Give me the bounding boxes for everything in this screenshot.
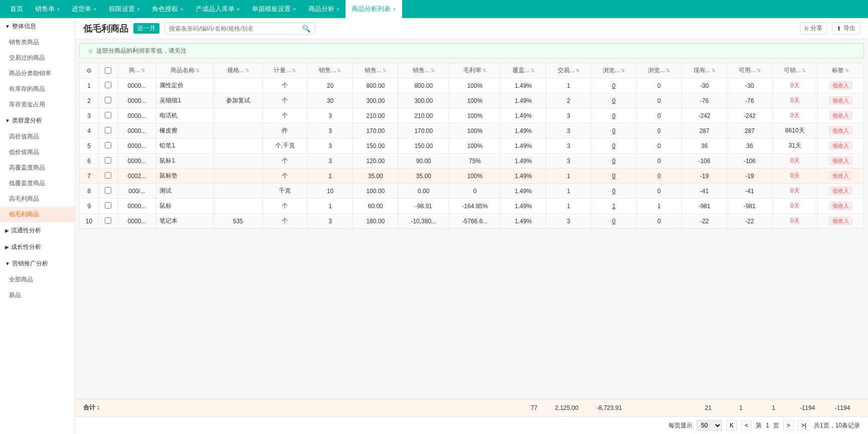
sidebar-item-低覆盖度商品[interactable]: 低覆盖度商品 <box>0 176 75 191</box>
sidebar-item-商品分类助销率[interactable]: 商品分类助销率 <box>0 66 75 81</box>
col-header-unit[interactable]: 计量...⇅ <box>262 63 307 78</box>
views1-link[interactable]: 0 <box>612 158 616 165</box>
col-header-views2[interactable]: 浏览...⇅ <box>636 63 681 78</box>
nav-item-商品分析[interactable]: 商品分析× <box>302 0 345 18</box>
sidebar-section-类群度分析[interactable]: ▼类群度分析 <box>0 112 75 129</box>
col-header-settings[interactable]: ⚙ <box>80 63 99 78</box>
share-button[interactable]: ⎘ 分享 <box>800 22 827 35</box>
sort-icon[interactable]: ⇅ <box>712 68 716 73</box>
col-header-available_stock[interactable]: 可用...⇅ <box>727 63 772 78</box>
sidebar-item-低毛利商品[interactable]: 低毛利商品 <box>0 207 75 222</box>
col-header-gross_margin[interactable]: 毛利率⇅ <box>449 63 501 78</box>
views1-link[interactable]: 0 <box>612 188 616 195</box>
sort-icon[interactable]: ⇅ <box>531 68 535 73</box>
nav-item-角色授权[interactable]: 角色授权× <box>146 0 189 18</box>
row-checkbox[interactable] <box>99 93 117 108</box>
views1-link[interactable]: 0 <box>612 218 616 225</box>
sort-icon[interactable]: ⇅ <box>845 68 849 73</box>
nav-item-进货单[interactable]: 进货单× <box>66 0 102 18</box>
table-wrapper[interactable]: ⚙商...⇅商品名称⇅规格...⇅计量...⇅销售...⇅销售...⇅销售...… <box>75 59 868 398</box>
row-checkbox[interactable] <box>99 169 117 184</box>
col-header-tag[interactable]: 标签⇅ <box>817 63 863 78</box>
views1-link[interactable]: 0 <box>612 82 616 89</box>
col-header-code[interactable]: 商...⇅ <box>117 63 156 78</box>
sort-icon[interactable]: ⇅ <box>337 68 341 73</box>
nav-item-产成品入库单[interactable]: 产成品入库单× <box>190 0 246 18</box>
views1-link[interactable]: 0 <box>612 142 616 150</box>
row-checkbox[interactable] <box>99 138 117 154</box>
nav-item-销售单[interactable]: 销售单× <box>29 0 66 18</box>
col-header-transactions[interactable]: 交易...⇅ <box>546 63 591 78</box>
close-icon[interactable]: × <box>237 6 240 12</box>
sort-icon[interactable]: ⇅ <box>666 68 670 73</box>
views1-link[interactable]: 0 <box>612 97 616 104</box>
sidebar-section-流通性分析[interactable]: ▶流通性分析 <box>0 222 75 239</box>
sort-icon[interactable]: ⇅ <box>576 68 580 73</box>
sidebar-item-高毛利商品[interactable]: 高毛利商品 <box>0 191 75 207</box>
sidebar-item-高覆盖度商品[interactable]: 高覆盖度商品 <box>0 160 75 176</box>
col-header-sales_amount[interactable]: 销售...⇅ <box>353 63 398 78</box>
row-checkbox[interactable] <box>99 108 117 123</box>
close-icon[interactable]: × <box>57 6 60 12</box>
next-page-button[interactable]: > <box>783 420 794 430</box>
sidebar-item-销售类商品[interactable]: 销售类商品 <box>0 35 75 50</box>
first-page-button[interactable]: K <box>726 420 737 430</box>
settings-icon[interactable]: ⚙ <box>86 67 92 74</box>
col-header-name[interactable]: 商品名称⇅ <box>156 63 214 78</box>
col-header-checkbox[interactable] <box>99 63 117 78</box>
row-checkbox[interactable] <box>99 184 117 199</box>
sidebar-item-有库存的商品[interactable]: 有库存的商品 <box>0 81 75 97</box>
col-header-views1[interactable]: 浏览...⇅ <box>591 63 636 78</box>
row-checkbox[interactable] <box>99 199 117 214</box>
sidebar-item-交易过的商品[interactable]: 交易过的商品 <box>0 50 75 66</box>
sidebar-item-高价值商品[interactable]: 高价值商品 <box>0 129 75 144</box>
sort-icon[interactable]: ⇅ <box>245 68 249 73</box>
sort-icon[interactable]: ⇅ <box>802 68 806 73</box>
views1-link[interactable]: 0 <box>612 112 616 119</box>
sort-icon[interactable]: ⇅ <box>383 68 387 73</box>
sidebar-item-全部商品[interactable]: 全部商品 <box>0 272 75 287</box>
col-header-sales_qty[interactable]: 销售...⇅ <box>307 63 353 78</box>
search-input[interactable] <box>169 25 302 32</box>
close-icon[interactable]: × <box>180 6 183 12</box>
nav-item-权限设置[interactable]: 权限设置× <box>103 0 146 18</box>
col-header-sales_profit[interactable]: 销售...⇅ <box>398 63 449 78</box>
nav-item-商品分析列表[interactable]: 商品分析列表× <box>345 0 402 18</box>
row-checkbox[interactable] <box>99 154 117 169</box>
sort-icon[interactable]: ⇅ <box>621 68 625 73</box>
select-all-checkbox[interactable] <box>105 67 111 74</box>
row-checkbox[interactable] <box>99 78 117 93</box>
sidebar-item-低价值商品[interactable]: 低价值商品 <box>0 144 75 160</box>
sort-icon[interactable]: ⇅ <box>482 68 486 73</box>
col-header-spec[interactable]: 规格...⇅ <box>214 63 262 78</box>
last-page-button[interactable]: >| <box>798 420 810 430</box>
col-header-sellable_days[interactable]: 可销...⇅ <box>772 63 817 78</box>
close-icon[interactable]: × <box>93 6 96 12</box>
close-icon[interactable]: × <box>393 6 396 12</box>
sidebar-section-整体信息[interactable]: ▼整体信息 <box>0 18 75 35</box>
close-icon[interactable]: × <box>293 6 296 12</box>
views1-link[interactable]: 0 <box>612 173 616 180</box>
sort-icon[interactable]: ⇅ <box>757 68 761 73</box>
sort-icon[interactable]: ⇅ <box>196 68 200 73</box>
views1-link[interactable]: 1 <box>612 203 616 210</box>
row-checkbox[interactable] <box>99 123 117 138</box>
sort-icon[interactable]: ⇅ <box>292 68 296 73</box>
sort-icon[interactable]: ⇅ <box>141 68 145 73</box>
nav-item-首页[interactable]: 首页 <box>4 0 29 18</box>
col-header-current_stock[interactable]: 现有...⇅ <box>682 63 727 78</box>
sidebar-section-营销推广分析[interactable]: ▼营销推广分析 <box>0 255 75 272</box>
sidebar-section-成长性分析[interactable]: ▶成长性分析 <box>0 239 75 255</box>
time-filter-button[interactable]: 近一月 <box>133 23 159 34</box>
close-icon[interactable]: × <box>137 6 140 12</box>
sort-icon[interactable]: ⇅ <box>431 68 435 73</box>
per-page-select[interactable]: 50 20 100 <box>697 420 722 431</box>
nav-item-单据模板设置[interactable]: 单据模板设置× <box>246 0 302 18</box>
col-header-coverage[interactable]: 覆盖...⇅ <box>500 63 546 78</box>
export-button[interactable]: ⬆ 导出 <box>832 22 860 35</box>
sidebar-item-新品[interactable]: 新品 <box>0 287 75 303</box>
row-checkbox[interactable] <box>99 214 117 229</box>
prev-page-button[interactable]: < <box>741 420 752 430</box>
sidebar-item-库存资金占用[interactable]: 库存资金占用 <box>0 97 75 112</box>
close-icon[interactable]: × <box>336 6 339 12</box>
